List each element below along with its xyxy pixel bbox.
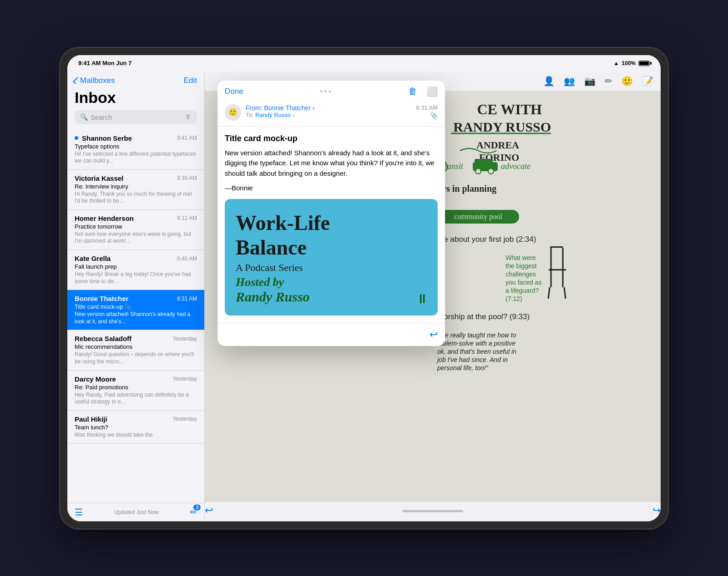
email-preview: Was thinking we should take the [75, 432, 197, 439]
status-right: ▲ 100% [613, 60, 650, 66]
email-preview: Hi! I've selected a few different potent… [75, 151, 197, 165]
podcast-title-line2: Balance [236, 237, 427, 258]
mailboxes-label: Mailboxes [80, 76, 115, 85]
mail-item[interactable]: Kate Grella 8:40 AM Fall launch prep Hey… [67, 250, 204, 290]
main-content: Mailboxes Edit Inbox 🔍 Search 🎙 [67, 71, 661, 521]
podcast-subtitle: A Podcast Series [236, 262, 427, 274]
mail-item[interactable]: Paul Hikiji Yesterday Team lunch? Was th… [67, 411, 204, 444]
compose-badge: 3 [193, 505, 201, 510]
svg-point-10 [475, 168, 481, 174]
email-preview: Not sure how everyone else's week is goi… [75, 231, 197, 245]
podcast-host-name: Randy Russo [236, 289, 427, 305]
svg-text:a lifeguard?: a lifeguard? [506, 287, 539, 294]
search-bar[interactable]: 🔍 Search 🎙 [75, 110, 197, 124]
mail-item[interactable]: Shannon Serbe 9:41 AM Typeface options H… [67, 130, 204, 170]
footer-status: Updated Just Now [114, 509, 159, 515]
svg-text:you faced as: you faced as [506, 279, 541, 286]
compose-button[interactable]: ✏ 3 [190, 507, 197, 517]
done-button[interactable]: Done [225, 87, 243, 96]
podcast-play-button[interactable]: ⏸ [416, 291, 429, 306]
email-body: Title card mock-up New version attached!… [217, 127, 445, 323]
to-name: To: Randy Russo › [246, 112, 411, 118]
svg-rect-24 [550, 246, 563, 248]
svg-text:RANDY RUSSO: RANDY RUSSO [453, 119, 551, 134]
battery-percent: 100% [622, 60, 636, 66]
from-sender[interactable]: Bonnie Thatcher [264, 104, 310, 112]
email-preview: Hey Randy, Paid advertising can definite… [75, 392, 197, 406]
home-indicator-area [213, 507, 652, 514]
pencil-icon[interactable]: ✏ [605, 76, 612, 87]
sender-name: Darcy Moore [75, 375, 116, 383]
email-time: 9:12 AM [177, 215, 197, 221]
modal-footer: ↩ [217, 323, 445, 346]
svg-rect-27 [549, 269, 566, 270]
to-recipient[interactable]: Randy Russo [255, 112, 291, 118]
email-modal: Done 🗑 ⬜ 🙂 [217, 81, 445, 347]
email-subject: Typeface options [75, 143, 197, 150]
email-time: 9:39 AM [177, 175, 197, 181]
person-icon[interactable]: 👤 [543, 76, 555, 87]
mailboxes-back-button[interactable]: Mailboxes [75, 76, 115, 85]
mail-item[interactable]: Rebecca Saladoff Yesterday Mic recommend… [67, 330, 204, 370]
email-time: Yesterday [173, 336, 197, 342]
mail-item[interactable]: Victoria Kassel 9:39 AM Re: Interview in… [67, 170, 204, 210]
battery-icon [638, 61, 650, 66]
from-name: From: Bonnie Thatcher › [246, 104, 411, 112]
email-time: 8:40 AM [177, 255, 197, 262]
modal-actions: 🗑 ⬜ [408, 86, 438, 97]
emoji-icon[interactable]: 🙂 [622, 76, 633, 87]
svg-text:community pool: community pool [454, 213, 502, 221]
attachment-icon: 📎 [416, 112, 438, 119]
email-time: 8:31 AM [177, 296, 197, 302]
svg-text:roblem-solve with a positive: roblem-solve with a positive [437, 340, 516, 347]
wifi-icon: ▲ [613, 60, 619, 66]
email-subject: Mic recommendations [75, 343, 197, 350]
svg-text:ntorship at the pool? (9:33): ntorship at the pool? (9:33) [437, 312, 530, 321]
mail-item[interactable]: Homer Henderson 9:12 AM Practice tomorro… [67, 210, 204, 250]
status-bar: 9:41 AM Mon Jun 7 ▲ 100% [67, 55, 661, 71]
ipad-screen: 9:41 AM Mon Jun 7 ▲ 100% Mailboxes Edit [67, 55, 661, 521]
email-send-time: 8:31 AM [416, 104, 438, 111]
new-note-icon[interactable]: 📝 [642, 76, 653, 87]
folder-button[interactable]: ⬜ [426, 86, 438, 97]
camera-icon[interactable]: 📷 [584, 76, 596, 87]
mail-nav: Mailboxes Edit [67, 71, 204, 89]
undo-icon[interactable]: ↩ [205, 505, 213, 516]
sender-name: Bonnie Thatcher [75, 295, 128, 302]
from-details: From: Bonnie Thatcher › To: Randy Russo … [246, 104, 411, 118]
svg-text:me about your first job (2:34): me about your first job (2:34) [437, 235, 536, 244]
svg-rect-9 [475, 159, 493, 165]
trash-button[interactable]: 🗑 [408, 86, 417, 97]
email-subject: Fall launch prep [75, 263, 197, 270]
redo-icon[interactable]: ↪ [652, 505, 661, 516]
filter-icon[interactable]: ☰ [75, 507, 83, 518]
svg-text:challenges: challenges [506, 270, 536, 278]
email-subject: Practice tomorrow [75, 223, 197, 230]
from-label: From: [246, 104, 264, 112]
email-time: 9:41 AM [177, 135, 197, 141]
reply-button[interactable]: ↩ [430, 329, 438, 341]
svg-point-11 [488, 168, 494, 174]
edit-button[interactable]: Edit [184, 76, 197, 85]
email-subject-heading: Title card mock-up [225, 134, 438, 143]
mail-panel: Mailboxes Edit Inbox 🔍 Search 🎙 [67, 71, 205, 521]
mail-item-active[interactable]: Bonnie Thatcher 8:31 AM Title card mock-… [67, 290, 204, 330]
email-subject: Title card mock-up 📎 [75, 303, 197, 310]
podcast-card: Work-Life Balance A Podcast Series Hoste… [225, 199, 438, 316]
from-chevron: › [313, 104, 315, 112]
people-icon[interactable]: 👥 [564, 76, 575, 87]
inbox-title: Inbox [67, 89, 204, 110]
sender-name: Victoria Kassel [75, 174, 123, 182]
podcast-title-line1: Work-Life [236, 213, 427, 234]
email-subject: Re: Paid promotions [75, 384, 197, 391]
svg-text:the biggest: the biggest [506, 262, 537, 270]
svg-text:job I've had since. And in: job I've had since. And in [436, 356, 508, 363]
sender-name: Kate Grella [75, 255, 111, 262]
svg-text:ANDREA: ANDREA [476, 139, 519, 151]
mail-item[interactable]: Darcy Moore Yesterday Re: Paid promotion… [67, 371, 204, 411]
mic-icon: 🎙 [185, 113, 192, 121]
home-indicator [402, 510, 463, 512]
status-time: 9:41 AM Mon Jun 7 [78, 60, 131, 66]
email-preview: New version attached! Shannon's already … [75, 311, 197, 325]
email-preview: Hi Randy, Thank you so much for thinking… [75, 191, 197, 205]
